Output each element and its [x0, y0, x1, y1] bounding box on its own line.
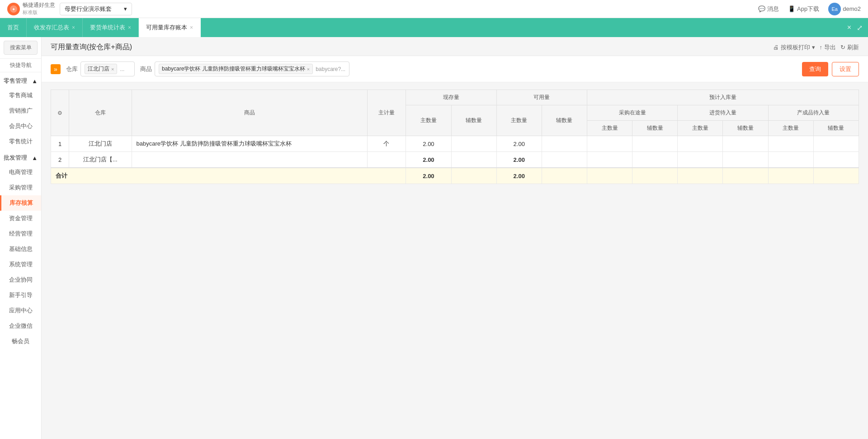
footer-label: 合计 — [51, 168, 406, 184]
warehouse-more[interactable]: ... — [120, 66, 124, 72]
row1-avail-main: 2.00 — [496, 136, 542, 152]
page-header: 可用量查询(按仓库+商品) 🖨 按模板打印 ▾ ↑ 导出 ↻ 刷新 — [42, 37, 868, 56]
th-warehouse: 仓库 — [69, 90, 132, 136]
sidebar-item-wechat[interactable]: 企业微信 — [0, 318, 41, 334]
filter-bar: » 仓库 江北门店 × ... 商品 babycare学饮杯 儿童防摔防撞吸管杯… — [42, 56, 868, 82]
row1-current-main: 2.00 — [406, 136, 451, 152]
table-scroll-area: ⚙ 仓库 商品 主计量 现存量 可用量 预计入库量 主数量 辅数量 — [51, 90, 859, 184]
row1-purchase-aux — [632, 136, 678, 152]
sidebar-item-member2[interactable]: 畅会员 — [0, 334, 41, 349]
footer-row: 合计 2.00 2.00 — [51, 168, 859, 184]
footer-avail-aux — [542, 168, 587, 184]
quick-nav-button[interactable]: 快捷导航 — [0, 59, 41, 72]
row1-incoming-main — [678, 136, 723, 152]
sidebar-item-ecommerce[interactable]: 电商管理 — [0, 165, 41, 180]
sidebar-item-basic[interactable]: 基础信息 — [0, 241, 41, 257]
logo-line2: 标准版 — [23, 9, 55, 16]
sidebar-item-system[interactable]: 系统管理 — [0, 257, 41, 272]
sidebar-item-operations[interactable]: 经营管理 — [0, 226, 41, 241]
th-avail-main: 主数量 — [496, 105, 542, 136]
chevron-down-icon — [124, 5, 127, 12]
footer-current-main: 2.00 — [406, 168, 451, 184]
product-tag-1-close[interactable]: × — [307, 66, 310, 72]
sidebar-item-retail-stat[interactable]: 零售统计 — [0, 134, 41, 149]
row1-product-aux — [813, 136, 859, 152]
row2-avail-main: 2.00 — [496, 152, 542, 168]
product-filter-input[interactable]: babycare学饮杯 儿童防摔防撞吸管杯重力球吸嘴杯宝宝水杯 × babyca… — [155, 61, 349, 76]
filter-actions: 查询 设置 — [802, 62, 859, 76]
app-download-label: App下载 — [797, 5, 819, 13]
footer-product-main — [768, 168, 813, 184]
industry-selector[interactable]: 母婴行业演示账套 — [60, 3, 132, 15]
table-container: ⚙ 仓库 商品 主计量 现存量 可用量 预计入库量 主数量 辅数量 — [42, 82, 868, 439]
chevron-down-print-icon: ▾ — [812, 44, 815, 51]
row1-incoming-aux — [723, 136, 768, 152]
row1-purchase-main — [587, 136, 632, 152]
group-retail: 零售管理 ▲ 零售商城 营销推广 会员中心 零售统计 — [0, 72, 41, 149]
query-button[interactable]: 查询 — [802, 62, 828, 76]
th-product: 商品 — [132, 90, 367, 136]
logo-icon: ✦ — [7, 3, 20, 15]
close-all-button[interactable]: × — [847, 24, 851, 32]
product-more[interactable]: babycare?... — [316, 66, 345, 72]
th-current-stock: 现存量 — [406, 90, 496, 105]
footer-purchase-aux — [632, 168, 678, 184]
message-button[interactable]: 💬 消息 — [758, 5, 779, 13]
footer-incoming-aux — [723, 168, 768, 184]
search-menu-button[interactable]: 搜索菜单 — [4, 41, 38, 55]
th-current-main: 主数量 — [406, 105, 451, 136]
tab-order-stat-close[interactable]: × — [128, 24, 131, 31]
sidebar-item-retail-mall[interactable]: 零售商城 — [0, 88, 41, 103]
footer-purchase-main — [587, 168, 632, 184]
group-retail-header[interactable]: 零售管理 ▲ — [0, 72, 41, 88]
tab-available[interactable]: 可用量库存账本 × — [139, 18, 201, 37]
tab-available-close[interactable]: × — [190, 24, 193, 31]
avatar-initial: Ea — [832, 6, 838, 12]
refresh-icon: ↻ — [840, 44, 845, 51]
warehouse-filter-input[interactable]: 江北门店 × ... — [80, 61, 135, 76]
th-available: 可用量 — [496, 90, 587, 105]
export-button[interactable]: ↑ 导出 — [820, 43, 836, 52]
tab-receive[interactable]: 收发存汇总表 × — [27, 18, 83, 37]
sidebar-item-app-center[interactable]: 应用中心 — [0, 303, 41, 318]
sidebar-search: 搜索菜单 — [0, 37, 41, 59]
th-current-aux: 辅数量 — [451, 105, 496, 136]
sidebar-item-member[interactable]: 会员中心 — [0, 118, 41, 134]
user-menu[interactable]: Ea demo2 — [828, 3, 861, 15]
sidebar-item-purchase[interactable]: 采购管理 — [0, 180, 41, 195]
row2-purchase-main — [587, 152, 632, 168]
row1-index: 1 — [51, 136, 69, 152]
sidebar-item-finance[interactable]: 资金管理 — [0, 211, 41, 226]
sidebar-item-enterprise[interactable]: 企业协同 — [0, 272, 41, 288]
logo-line1: 畅捷通好生意 — [23, 2, 55, 9]
export-label: 导出 — [824, 43, 836, 52]
tab-home[interactable]: 首页 — [0, 18, 27, 37]
sidebar-item-marketing[interactable]: 营销推广 — [0, 103, 41, 118]
top-bar-left: ✦ 畅捷通好生意 标准版 母婴行业演示账套 — [7, 2, 132, 16]
tab-order-stat[interactable]: 要货单统计表 × — [83, 18, 139, 37]
group-wholesale-header[interactable]: 批发管理 ▲ — [0, 149, 41, 165]
expand-button[interactable]: ⤢ — [857, 24, 863, 32]
nav-tabs: 首页 收发存汇总表 × 要货单统计表 × 可用量库存账本 × × ⤢ — [0, 18, 868, 37]
sidebar-item-inventory[interactable]: 库存核算 — [0, 195, 41, 211]
print-label: 按模板打印 — [781, 43, 810, 52]
tab-receive-close[interactable]: × — [72, 24, 75, 31]
th-purchase-transit: 采购在途量 — [587, 105, 678, 121]
logo: ✦ 畅捷通好生意 标准版 — [7, 2, 55, 16]
sidebar-item-guide[interactable]: 新手引导 — [0, 288, 41, 303]
refresh-button[interactable]: ↻ 刷新 — [840, 43, 859, 52]
chevron-down-icon-wholesale: ▲ — [32, 155, 38, 161]
filter-expand-button[interactable]: » — [51, 64, 61, 74]
app-download-button[interactable]: 📱 App下载 — [788, 5, 819, 13]
row2-warehouse: 江北门店【... — [69, 152, 132, 168]
warehouse-tag-close[interactable]: × — [111, 66, 114, 72]
print-button[interactable]: 🖨 按模板打印 ▾ — [773, 43, 815, 52]
content: 可用量查询(按仓库+商品) 🖨 按模板打印 ▾ ↑ 导出 ↻ 刷新 — [42, 37, 868, 439]
settings-button[interactable]: 设置 — [832, 62, 859, 76]
refresh-label: 刷新 — [847, 43, 859, 52]
print-icon: 🖨 — [773, 44, 779, 51]
product-tag-1: babycare学饮杯 儿童防摔防撞吸管杯重力球吸嘴杯宝宝水杯 × — [159, 64, 313, 74]
table-settings-icon[interactable]: ⚙ — [57, 110, 62, 116]
sidebar: 搜索菜单 快捷导航 零售管理 ▲ 零售商城 营销推广 会员中心 零售统计 批发管… — [0, 37, 42, 439]
industry-selector-text: 母婴行业演示账套 — [65, 5, 112, 13]
